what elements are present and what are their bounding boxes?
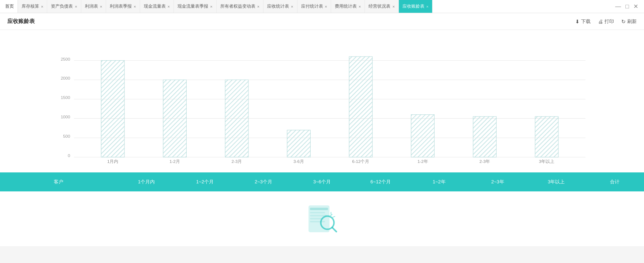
- bar-1-2m: [163, 80, 187, 157]
- minimize-button[interactable]: —: [614, 3, 622, 11]
- download-icon: ⬇: [575, 19, 580, 24]
- tab-ar-aging-close[interactable]: ×: [426, 4, 428, 9]
- tab-cashflow-quarterly-close[interactable]: ×: [210, 4, 212, 9]
- tab-cashflow-quarterly[interactable]: 现金流量表季报 ×: [174, 0, 216, 13]
- table-header: 客户 1个月内 1~2个月 2~3个月 3~6个月 6~12个月 1~2年 2~…: [0, 172, 644, 191]
- page-header: 应收账龄表 ⬇ 下载 🖨 打印 ↻ 刷新: [0, 13, 644, 30]
- tab-cashflow-close[interactable]: ×: [168, 4, 170, 9]
- tab-expense-stat[interactable]: 费用统计表 ×: [331, 0, 365, 13]
- bar-1-2y: [411, 115, 435, 157]
- tab-ap-stat-label: 应付统计表: [301, 3, 323, 9]
- svg-line-29: [330, 214, 332, 216]
- tab-expense-stat-close[interactable]: ×: [359, 4, 361, 9]
- tab-home-label: 首页: [5, 3, 14, 9]
- tab-ar-aging-label: 应收账龄表: [402, 3, 424, 9]
- col-3-6m: 3~6个月: [293, 179, 351, 185]
- tab-ar-stat-close[interactable]: ×: [291, 4, 293, 9]
- tab-profit-label: 利润表: [85, 3, 98, 9]
- maximize-button[interactable]: □: [624, 3, 630, 11]
- print-label: 打印: [604, 18, 614, 25]
- tab-cashflow-quarterly-label: 现金流量表季报: [177, 3, 208, 9]
- bar-2-3y: [473, 117, 497, 157]
- col-6-12m: 6~12个月: [351, 179, 410, 185]
- bar-1m: [101, 61, 124, 157]
- svg-text:1-2月: 1-2月: [169, 159, 180, 164]
- col-1-2y: 1~2年: [410, 179, 468, 185]
- svg-text:3年以上: 3年以上: [539, 159, 554, 164]
- col-1m: 1个月内: [117, 179, 176, 185]
- svg-text:6-12个月: 6-12个月: [352, 159, 369, 164]
- print-icon: 🖨: [598, 19, 603, 24]
- svg-text:2-3年: 2-3年: [479, 159, 490, 164]
- col-2-3y: 2~3年: [468, 179, 527, 185]
- svg-text:2500: 2500: [61, 57, 70, 61]
- refresh-label: 刷新: [627, 18, 637, 25]
- tab-equity-label: 所有者权益变动表: [220, 3, 255, 9]
- tab-ar-aging[interactable]: 应收账龄表 ×: [399, 0, 433, 13]
- tab-home[interactable]: 首页: [1, 0, 18, 13]
- svg-text:0: 0: [68, 153, 70, 158]
- svg-text:1500: 1500: [61, 95, 70, 100]
- tab-ap-stat[interactable]: 应付统计表 ×: [297, 0, 331, 13]
- tab-operation[interactable]: 经营状况表 ×: [365, 0, 398, 13]
- svg-rect-26: [310, 221, 325, 222]
- download-button[interactable]: ⬇ 下载: [575, 18, 591, 25]
- download-label: 下载: [581, 18, 591, 25]
- svg-text:2-3月: 2-3月: [232, 159, 242, 164]
- tab-inventory-label: 库存核算: [22, 3, 39, 9]
- header-actions: ⬇ 下载 🖨 打印 ↻ 刷新: [575, 18, 637, 25]
- tab-balance-sheet-label: 资产负债表: [51, 3, 73, 9]
- tab-cashflow-label: 现金流量表: [144, 3, 166, 9]
- empty-state: [0, 191, 644, 246]
- col-1-2m: 1~2个月: [176, 179, 234, 185]
- col-total: 合计: [585, 179, 644, 185]
- svg-rect-23: [310, 212, 325, 213]
- bar-chart: 0 500 1000 1500 2000 2500 1月内 1-2月 2-3月: [15, 37, 629, 169]
- col-3plus: 3年以上: [527, 179, 585, 185]
- page-title: 应收账龄表: [7, 18, 35, 25]
- tab-operation-label: 经营状况表: [368, 3, 390, 9]
- tab-inventory[interactable]: 库存核算 ×: [18, 0, 47, 13]
- tab-profit[interactable]: 利润表 ×: [81, 0, 106, 13]
- tab-balance-sheet[interactable]: 资产负债表 ×: [47, 0, 81, 13]
- tab-inventory-close[interactable]: ×: [41, 4, 43, 9]
- window-controls: — □ ✕: [611, 2, 643, 11]
- tab-profit-close[interactable]: ×: [100, 4, 102, 9]
- bar-6-12m: [349, 57, 372, 157]
- col-customer: 客户: [0, 179, 117, 185]
- tab-operation-close[interactable]: ×: [392, 4, 394, 9]
- tab-ap-stat-close[interactable]: ×: [325, 4, 327, 9]
- svg-text:3-6月: 3-6月: [293, 159, 304, 164]
- bar-2-3m: [225, 80, 248, 157]
- print-button[interactable]: 🖨 打印: [598, 18, 614, 25]
- tab-profit-quarterly-label: 利润表季报: [110, 3, 132, 9]
- svg-text:2000: 2000: [61, 76, 70, 80]
- svg-rect-22: [310, 208, 328, 210]
- svg-text:1-2年: 1-2年: [418, 159, 428, 164]
- svg-text:500: 500: [63, 134, 70, 138]
- svg-line-28: [332, 228, 336, 232]
- svg-text:1月内: 1月内: [107, 159, 118, 164]
- tab-equity-close[interactable]: ×: [257, 4, 259, 9]
- tab-profit-quarterly-close[interactable]: ×: [134, 4, 136, 9]
- close-button[interactable]: ✕: [632, 2, 640, 11]
- tab-ar-stat[interactable]: 应收统计表 ×: [263, 0, 297, 13]
- empty-state-icon: [304, 202, 340, 235]
- tab-cashflow[interactable]: 现金流量表 ×: [140, 0, 174, 13]
- svg-text:1000: 1000: [61, 114, 70, 119]
- col-2-3m: 2~3个月: [234, 179, 293, 185]
- svg-line-30: [333, 216, 335, 217]
- tab-bar: 首页 库存核算 × 资产负债表 × 利润表 × 利润表季报 × 现金流量表 × …: [0, 0, 644, 13]
- bar-3-6m: [287, 130, 311, 157]
- tab-profit-quarterly[interactable]: 利润表季报 ×: [106, 0, 140, 13]
- main-content: 0 500 1000 1500 2000 2500 1月内 1-2月 2-3月: [0, 30, 644, 246]
- tab-balance-sheet-close[interactable]: ×: [75, 4, 77, 9]
- refresh-icon: ↻: [621, 19, 626, 24]
- refresh-button[interactable]: ↻ 刷新: [621, 18, 637, 25]
- tab-equity[interactable]: 所有者权益变动表 ×: [217, 0, 263, 13]
- tab-ar-stat-label: 应收统计表: [267, 3, 289, 9]
- bar-3plus-y: [535, 117, 558, 157]
- chart-area: 0 500 1000 1500 2000 2500 1月内 1-2月 2-3月: [0, 30, 644, 172]
- tab-expense-stat-label: 费用统计表: [335, 3, 357, 9]
